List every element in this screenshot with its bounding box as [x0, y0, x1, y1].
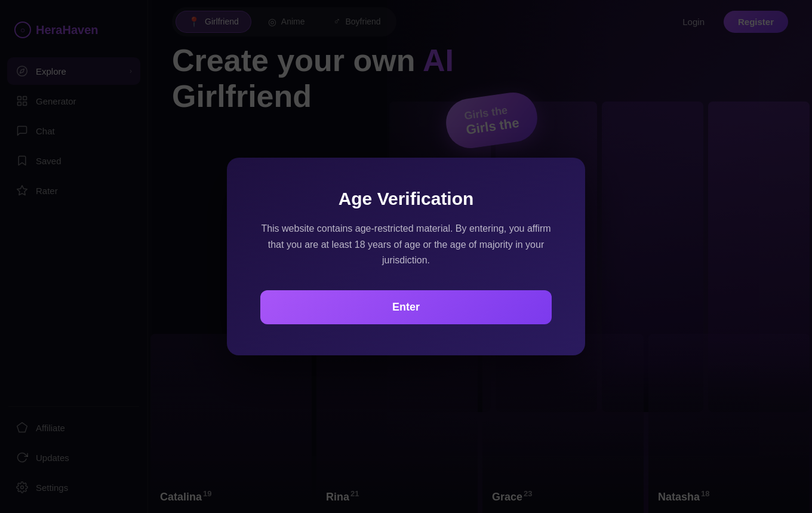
modal-title: Age Verification: [260, 189, 552, 209]
age-verification-modal: Age Verification This website contains a…: [227, 158, 585, 355]
modal-overlay[interactable]: Age Verification This website contains a…: [0, 0, 812, 513]
enter-button[interactable]: Enter: [260, 290, 552, 324]
modal-body-text: This website contains age-restricted mat…: [260, 221, 552, 268]
